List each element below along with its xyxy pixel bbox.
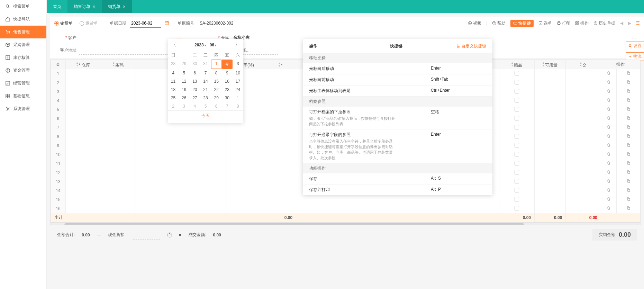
tool-ops[interactable]: 操作: [575, 20, 589, 26]
delete-icon[interactable]: [607, 89, 611, 94]
col-wh[interactable]: ▴▾仓库: [65, 60, 101, 69]
gift-checkbox[interactable]: [515, 143, 519, 147]
sidebar-item-5[interactable]: 资金管理: [0, 64, 46, 77]
table-row[interactable]: 16: [51, 204, 640, 213]
gear-icon[interactable]: ⚙: [56, 62, 60, 67]
delete-icon[interactable]: [607, 161, 611, 166]
copy-icon[interactable]: [626, 98, 631, 103]
tool-history[interactable]: 历史单据: [593, 20, 615, 26]
cal-day[interactable]: 7: [200, 69, 211, 77]
cal-day[interactable]: 6: [189, 69, 200, 77]
cal-day[interactable]: 30: [189, 60, 200, 69]
addr-input[interactable]: [79, 46, 169, 55]
delete-icon[interactable]: [607, 152, 611, 157]
tool-help[interactable]: 帮助: [492, 20, 506, 26]
cal-day[interactable]: 31: [200, 60, 211, 69]
tab-close-icon[interactable]: ✕: [123, 0, 126, 13]
gift-checkbox[interactable]: [515, 89, 519, 93]
cal-day[interactable]: 19: [179, 85, 189, 94]
gift-checkbox[interactable]: [515, 98, 519, 102]
cal-day[interactable]: 9: [222, 69, 233, 77]
cal-month[interactable]: 06: [210, 43, 217, 47]
cal-day[interactable]: 28: [200, 94, 211, 102]
gift-checkbox[interactable]: [515, 161, 519, 165]
cal-day[interactable]: 6: [211, 102, 222, 110]
cal-day[interactable]: 21: [200, 85, 211, 94]
cal-day[interactable]: 17: [233, 77, 243, 85]
radio-return[interactable]: 退货单: [80, 20, 98, 26]
cal-day[interactable]: 18: [168, 85, 179, 94]
cal-day[interactable]: 4: [189, 102, 200, 110]
cal-day[interactable]: 22: [211, 85, 222, 94]
sk-custom-btn[interactable]: 自定义快捷键: [456, 43, 486, 49]
col-gift[interactable]: ▴▾赠品: [499, 60, 535, 69]
cal-day[interactable]: 28: [168, 60, 179, 69]
delete-icon[interactable]: [607, 179, 611, 184]
copy-icon[interactable]: [626, 134, 631, 139]
copy-icon[interactable]: [626, 89, 631, 94]
cal-next[interactable]: 〉: [235, 42, 240, 48]
tool-shortcut[interactable]: 快捷键: [510, 20, 534, 27]
col-gear[interactable]: ⚙: [51, 60, 66, 69]
delete-icon[interactable]: [607, 197, 611, 202]
col-barcode[interactable]: ▴▾条码: [101, 60, 136, 69]
copy-icon[interactable]: [626, 116, 631, 121]
cal-day[interactable]: 11: [168, 77, 179, 85]
cal-day[interactable]: 3: [179, 102, 189, 110]
col-deliv[interactable]: ▴▾交: [566, 60, 601, 69]
delete-icon[interactable]: [607, 134, 611, 139]
sidebar-item-1[interactable]: 快捷导航: [0, 13, 46, 26]
tab-close-icon[interactable]: ✕: [92, 0, 96, 13]
cal-day[interactable]: 23: [222, 85, 233, 94]
sidebar-item-8[interactable]: 系统管理: [0, 102, 46, 115]
gift-checkbox[interactable]: [515, 80, 519, 84]
gift-checkbox[interactable]: [515, 116, 519, 120]
cal-day[interactable]: 14: [200, 77, 211, 85]
col-req2[interactable]: ▴▾*: [265, 60, 296, 69]
cal-day[interactable]: 20: [189, 85, 200, 94]
tool-video[interactable]: 视频: [468, 20, 481, 26]
cal-day[interactable]: 今: [222, 60, 233, 69]
sidebar-item-3[interactable]: 采购管理: [0, 38, 46, 51]
cal-day[interactable]: 4: [168, 69, 179, 77]
copy-icon[interactable]: [626, 188, 631, 193]
cal-year[interactable]: 2023: [194, 43, 206, 47]
copy-icon[interactable]: [626, 206, 631, 211]
gift-checkbox[interactable]: [515, 170, 519, 174]
tab-1[interactable]: 销售订单✕: [67, 0, 102, 13]
cal-day[interactable]: 15: [211, 77, 222, 85]
cust-input[interactable]: [79, 33, 169, 42]
cal-day[interactable]: 29: [179, 60, 189, 69]
copy-icon[interactable]: [626, 152, 631, 157]
sidebar-item-2[interactable]: 销售管理: [0, 26, 46, 38]
cal-day[interactable]: 29: [211, 94, 222, 102]
copy-icon[interactable]: [626, 143, 631, 148]
tab-0[interactable]: 首页: [47, 0, 67, 13]
tool-select[interactable]: 选单: [538, 20, 552, 26]
grid-hscroll[interactable]: [51, 222, 640, 225]
cal-day[interactable]: 1: [233, 94, 243, 102]
cal-day[interactable]: 25: [168, 94, 179, 102]
gift-checkbox[interactable]: [515, 197, 519, 201]
copy-icon[interactable]: [626, 179, 631, 184]
cal-day[interactable]: 1: [211, 60, 222, 69]
settings-button[interactable]: ⚙ 设置: [626, 42, 644, 50]
gift-checkbox[interactable]: [515, 71, 519, 75]
cal-day[interactable]: 26: [179, 94, 189, 102]
delete-icon[interactable]: [607, 71, 611, 76]
cal-day[interactable]: 10: [233, 69, 243, 77]
cal-day[interactable]: 13: [189, 77, 200, 85]
delete-icon[interactable]: [607, 125, 611, 130]
cal-today-btn[interactable]: 今天: [168, 110, 243, 121]
radio-sale[interactable]: 销货单: [54, 20, 73, 26]
cal-day[interactable]: 27: [189, 94, 200, 102]
cal-day[interactable]: 16: [222, 77, 233, 85]
help-icon[interactable]: ?: [167, 233, 172, 237]
calendar-icon[interactable]: [164, 20, 169, 26]
sidebar-item-6[interactable]: 经营管理: [0, 77, 46, 90]
gift-checkbox[interactable]: [515, 206, 519, 210]
cal-day[interactable]: 8: [233, 102, 243, 110]
cal-day[interactable]: 30: [222, 94, 233, 102]
delete-icon[interactable]: [607, 98, 611, 103]
row1-more-icon[interactable]: ⋯: [631, 35, 637, 41]
